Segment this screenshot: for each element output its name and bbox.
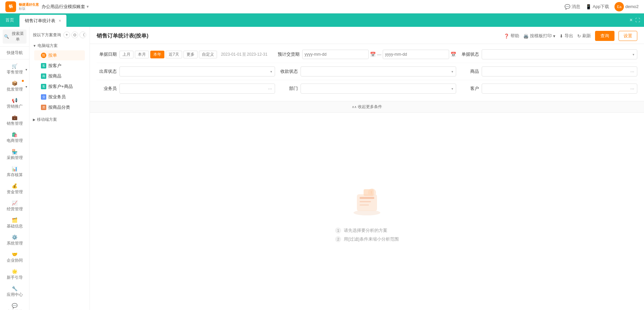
scheme-item-salesperson[interactable]: 业 按业务员	[34, 92, 85, 102]
empty-illustration: !	[347, 181, 387, 222]
scheme-item-order[interactable]: 按 按单	[34, 50, 85, 60]
user-avatar: Ea	[614, 2, 624, 11]
dept-chevron-icon: ▾	[451, 87, 453, 91]
tab-window-actions: × ⛶	[630, 17, 644, 23]
tab-sales-order-stats[interactable]: 销售订单统计表 ×	[19, 15, 66, 27]
sidebar-item-sales[interactable]: 💼 销售管理	[0, 112, 29, 129]
search-btn[interactable]: 查询	[595, 31, 614, 41]
sidebar-item-newbie[interactable]: 🌟 新手引导	[0, 266, 29, 283]
message-btn[interactable]: 💬 消息	[565, 4, 580, 10]
svg-rect-3	[360, 201, 371, 202]
tip-num-2: 2	[335, 236, 341, 242]
scheme-add-btn[interactable]: +	[63, 32, 70, 38]
window-close-icon[interactable]: ×	[630, 17, 633, 23]
salesperson-filter-group: 业务员 ···	[97, 84, 275, 94]
scheme-panel-actions: + ⊙ 《	[63, 32, 86, 38]
scheme-goods-icon: 商	[41, 73, 46, 79]
scheme-customer-icon: 客	[41, 63, 46, 68]
help-btn[interactable]: ❓ 帮助	[504, 33, 519, 39]
sidebar-item-wholesale[interactable]: 📦 批发管理	[0, 78, 29, 95]
app-download-btn[interactable]: 📱 App下载	[586, 4, 609, 10]
date-btn-last-7days[interactable]: 近7天	[166, 51, 182, 58]
scheme-order-icon: 按	[41, 53, 46, 58]
scheme-item-customer[interactable]: 客 按客户	[34, 61, 85, 71]
sidebar-item-apps[interactable]: 🔧 应用中心	[0, 283, 29, 300]
main-layout: 🔍 搜索菜单 快捷导航 🛒 零售管理 📦 批发管理 📢 营销推广 💼	[0, 27, 644, 310]
payment-chevron-icon: ▾	[451, 70, 453, 73]
sidebar-item-wechat[interactable]: 💬 企业微信	[0, 300, 29, 310]
scheme-collapse-btn[interactable]: 《	[79, 32, 86, 38]
delivery-select[interactable]: ▾	[119, 66, 275, 76]
date-quick-buttons: 上月 本月 本年 近7天 更多 自定义	[119, 51, 217, 58]
scheme-goods-category-icon: 类	[41, 105, 46, 110]
tab-close-icon[interactable]: ×	[59, 18, 61, 23]
expected-date-from[interactable]	[302, 50, 369, 59]
scheme-pc-category: ▼ 电脑端方案 按 按单 客 按客户 商 按商品 客 按客户+商品	[30, 40, 90, 114]
payment-label: 收款状态	[278, 68, 298, 74]
scheme-mobile-category: ▶ 移动端方案	[30, 114, 90, 125]
sidebar-item-retail[interactable]: 🛒 零售管理	[0, 61, 29, 78]
goods-dots-icon[interactable]: ···	[630, 69, 634, 74]
export-btn[interactable]: ⬇ 导出	[559, 33, 573, 39]
user-area[interactable]: Ea demo2	[614, 2, 639, 11]
expected-date-to[interactable]	[383, 50, 449, 59]
sidebar-item-inventory[interactable]: 📊 库存核算	[0, 163, 29, 180]
settings-btn[interactable]: 设置	[619, 31, 637, 41]
scheme-item-goods-category[interactable]: 类 按商品分类	[34, 102, 85, 112]
refresh-btn[interactable]: ↻ 刷新	[577, 33, 591, 39]
customer-filter-group: 客户 ···	[459, 84, 637, 94]
sidebar-item-system[interactable]: ⚙️ 系统管理	[0, 232, 29, 249]
topbar-left: 畅 畅捷通好生意 标版 办公用品行业模拟账套 ▾	[5, 1, 89, 12]
page-actions: ❓ 帮助 🖨️ 按模板打印 ▾ ⬇ 导出 ↻ 刷新	[504, 31, 637, 41]
svg-rect-4	[360, 204, 369, 206]
customer-dots-icon[interactable]: ···	[630, 86, 634, 91]
username: demo2	[625, 4, 639, 9]
status-select[interactable]: ▾	[482, 49, 637, 59]
goods-select[interactable]: ···	[482, 66, 637, 76]
dept-filter-group: 部门 ▾	[278, 84, 456, 94]
sidebar-item-marketing[interactable]: 📢 营销推广	[0, 95, 29, 112]
scheme-item-customer-goods[interactable]: 客 按客户+商品	[34, 82, 85, 92]
window-expand-icon[interactable]: ⛶	[635, 17, 640, 23]
salesperson-select[interactable]: ···	[119, 84, 275, 94]
payment-filter-group: 收款状态 ▾	[278, 66, 456, 76]
expected-date-group: 预计交货期 📅 — 📅	[278, 50, 456, 59]
scheme-panel: 按以下方案查询 + ⊙ 《 ▼ 电脑端方案 按 按单 客 按客户	[30, 27, 90, 310]
status-filter-label: 单据状态	[459, 51, 479, 57]
app-title[interactable]: 办公用品行业模拟账套 ▾	[42, 4, 89, 10]
salesperson-dots-icon[interactable]: ···	[268, 86, 272, 91]
sidebar-item-finance[interactable]: 💰 资金管理	[0, 180, 29, 198]
date-btn-custom[interactable]: 自定义	[199, 51, 217, 58]
sidebar-item-base[interactable]: 🗂️ 基础信息	[0, 215, 29, 232]
scheme-category-pc-title[interactable]: ▼ 电脑端方案	[33, 42, 86, 50]
scheme-category-mobile-title[interactable]: ▶ 移动端方案	[33, 115, 86, 124]
sidebar-item-purchase[interactable]: 🏪 采购管理	[0, 146, 29, 163]
collapse-filters-btn[interactable]: ∧∧ 收起更多条件	[90, 101, 644, 113]
search-menu-btn[interactable]: 🔍 搜索菜单	[3, 30, 26, 44]
date-btn-more[interactable]: 更多	[183, 51, 198, 58]
main-content-right: 销售订单统计表(按单) ❓ 帮助 🖨️ 按模板打印 ▾ ⬇ 导出	[90, 27, 644, 310]
calendar-to-icon[interactable]: 📅	[450, 52, 456, 57]
dept-select[interactable]: ▾	[301, 84, 456, 94]
date-btn-this-month[interactable]: 本月	[135, 51, 149, 58]
print-btn[interactable]: 🖨️ 按模板打印 ▾	[523, 33, 555, 39]
sidebar-item-ecommerce[interactable]: 🛍️ 电商管理	[0, 129, 29, 146]
scheme-item-goods[interactable]: 商 按商品	[34, 71, 85, 81]
date-btn-this-year[interactable]: 本年	[150, 51, 164, 58]
tip-num-1: 1	[335, 227, 341, 234]
customer-label: 客户	[459, 86, 479, 92]
customer-select[interactable]: ···	[482, 84, 637, 94]
sidebar-item-operations[interactable]: 📈 经营管理	[0, 198, 29, 215]
date-filter-label: 单据日期	[97, 51, 117, 57]
svg-rect-7	[364, 189, 374, 196]
date-btn-last-month[interactable]: 上月	[119, 51, 133, 58]
sidebar-item-enterprise[interactable]: 🤝 企业协同	[0, 249, 29, 266]
tab-home[interactable]: 首页	[0, 13, 19, 27]
topbar: 畅 畅捷通好生意 标版 办公用品行业模拟账套 ▾ 💬 消息 📱 App下载 Ea…	[0, 0, 644, 13]
payment-select[interactable]: ▾	[301, 66, 456, 76]
quick-nav-item[interactable]: 快捷导航	[0, 48, 29, 58]
scheme-panel-header: 按以下方案查询 + ⊙ 《	[30, 30, 90, 40]
empty-tips: 1 请先选择要分析的方案 2 用[过滤]条件来缩小分析范围	[335, 227, 398, 242]
scheme-edit-btn[interactable]: ⊙	[71, 32, 78, 38]
calendar-from-icon[interactable]: 📅	[370, 52, 376, 57]
